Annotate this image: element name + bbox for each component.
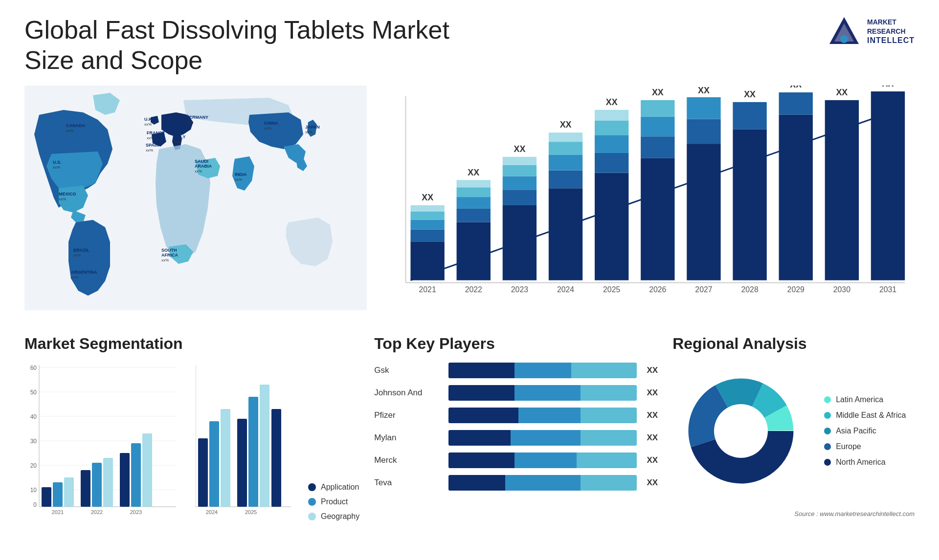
svg-text:ARGENTINA: ARGENTINA — [71, 270, 97, 275]
svg-text:AFRICA: AFRICA — [161, 253, 178, 258]
svg-rect-133 — [237, 419, 247, 507]
seg-chart-container: 60 50 40 30 20 10 0 — [24, 363, 359, 521]
svg-rect-117 — [64, 477, 74, 507]
svg-rect-131 — [221, 409, 230, 507]
table-row: Mylan XX — [374, 430, 658, 446]
svg-text:CHINA: CHINA — [264, 121, 278, 126]
page-title: Global Fast Dissolving Tablets Market Si… — [24, 15, 465, 76]
legend-application: Application — [308, 483, 359, 492]
svg-rect-116 — [53, 482, 63, 507]
svg-text:xx%: xx% — [59, 197, 66, 201]
bar-seg3 — [581, 385, 637, 401]
seg-bars-wrapper: 60 50 40 30 20 10 0 — [24, 363, 181, 521]
seg-legend: Application Product Geography — [308, 478, 359, 521]
bar-chart-section: XX 2021 XX 2022 — [381, 86, 915, 320]
logo-icon — [827, 15, 861, 49]
svg-text:40: 40 — [30, 413, 37, 420]
svg-text:SPAIN: SPAIN — [146, 143, 159, 148]
svg-text:SAUDI: SAUDI — [195, 159, 208, 164]
svg-rect-135 — [260, 385, 269, 507]
svg-text:xx%: xx% — [146, 148, 153, 152]
svg-text:ARABIA: ARABIA — [195, 164, 212, 169]
bar-seg2 — [511, 430, 581, 446]
svg-point-2 — [840, 35, 848, 43]
regional-title: Regional Analysis — [672, 335, 915, 353]
segmentation-title: Market Segmentation — [24, 335, 359, 353]
bar-seg3 — [571, 363, 637, 378]
bar-seg1 — [448, 430, 511, 446]
bar-seg1 — [448, 475, 505, 491]
legend-geography: Geography — [308, 512, 359, 521]
svg-rect-86 — [733, 129, 766, 280]
regional-legend: Latin America Middle East & Africa Asia … — [824, 395, 906, 467]
bar-seg3 — [581, 408, 637, 423]
header: Global Fast Dissolving Tablets Market Si… — [24, 15, 915, 76]
svg-text:ITALY: ITALY — [174, 134, 186, 139]
regional-dot-apac — [824, 428, 831, 434]
svg-text:xx%: xx% — [71, 275, 78, 280]
logo: MARKET RESEARCH INTELLECT — [827, 15, 915, 49]
table-row: Teva XX — [374, 475, 658, 491]
svg-text:50: 50 — [30, 389, 37, 396]
top-row: CANADA xx% U.S. xx% MEXICO xx% BRAZIL xx… — [24, 86, 915, 320]
svg-text:2022: 2022 — [91, 509, 103, 515]
bar-seg3 — [581, 430, 637, 446]
svg-text:xx%: xx% — [235, 177, 242, 182]
table-row: Gsk XX — [374, 363, 658, 378]
regional-dot-latin — [824, 396, 831, 403]
regional-dot-europe — [824, 443, 831, 450]
bar-seg1 — [448, 385, 514, 401]
svg-text:0: 0 — [33, 501, 37, 508]
bar-seg1 — [448, 363, 514, 378]
svg-text:xx%: xx% — [53, 165, 60, 170]
bar-seg2 — [505, 475, 581, 491]
svg-rect-124 — [131, 443, 141, 507]
list-item: North America — [824, 458, 906, 467]
svg-text:xx%: xx% — [66, 129, 73, 133]
player-bar — [448, 452, 637, 468]
bar-seg3 — [581, 475, 637, 491]
svg-rect-129 — [198, 438, 208, 507]
bar-seg1 — [448, 452, 514, 468]
table-row: Pfizer XX — [374, 408, 658, 423]
svg-text:CANADA: CANADA — [66, 123, 85, 128]
svg-rect-94 — [825, 100, 859, 280]
legend-dot-geography — [308, 513, 316, 520]
player-bar — [448, 363, 637, 378]
svg-text:60: 60 — [30, 365, 37, 371]
svg-rect-125 — [142, 433, 152, 507]
svg-text:20: 20 — [30, 462, 37, 469]
svg-text:U.K.: U.K. — [144, 117, 153, 122]
legend-dot-product — [308, 498, 316, 506]
svg-rect-119 — [81, 470, 90, 507]
list-item: Middle East & Africa — [824, 411, 906, 420]
donut-chart — [672, 363, 809, 499]
map-section: CANADA xx% U.S. xx% MEXICO xx% BRAZIL xx… — [24, 86, 367, 320]
svg-text:U.S.: U.S. — [53, 160, 62, 165]
bottom-row: Market Segmentation 60 50 40 30 20 10 0 — [24, 335, 915, 560]
svg-rect-137 — [271, 409, 281, 507]
svg-text:XX: XX — [836, 87, 848, 97]
list-item: Latin America — [824, 395, 906, 404]
logo-text: MARKET RESEARCH INTELLECT — [867, 18, 915, 45]
key-players-section: Top Key Players Gsk XX Johnson And — [374, 335, 658, 560]
svg-text:2025: 2025 — [245, 509, 257, 515]
legend-dot-application — [308, 483, 316, 491]
bar-seg2 — [514, 385, 581, 401]
svg-text:xx%: xx% — [174, 140, 181, 144]
regional-dot-mea — [824, 412, 831, 419]
table-row: Merck XX — [374, 452, 658, 468]
regional-dot-na — [824, 459, 831, 466]
player-bar — [448, 385, 637, 401]
svg-text:2024: 2024 — [206, 509, 218, 515]
svg-text:10: 10 — [30, 487, 37, 494]
svg-text:30: 30 — [30, 438, 37, 445]
legend-product: Product — [308, 497, 359, 506]
svg-text:INDIA: INDIA — [235, 172, 247, 177]
seg-bars-svg2: 2024 2025 — [196, 363, 293, 519]
source: Source : www.marketresearchintellect.com — [672, 509, 915, 518]
svg-text:xx%: xx% — [186, 120, 193, 125]
svg-text:XX: XX — [882, 86, 894, 88]
svg-rect-87 — [733, 102, 766, 129]
segmentation-section: Market Segmentation 60 50 40 30 20 10 0 — [24, 335, 359, 560]
